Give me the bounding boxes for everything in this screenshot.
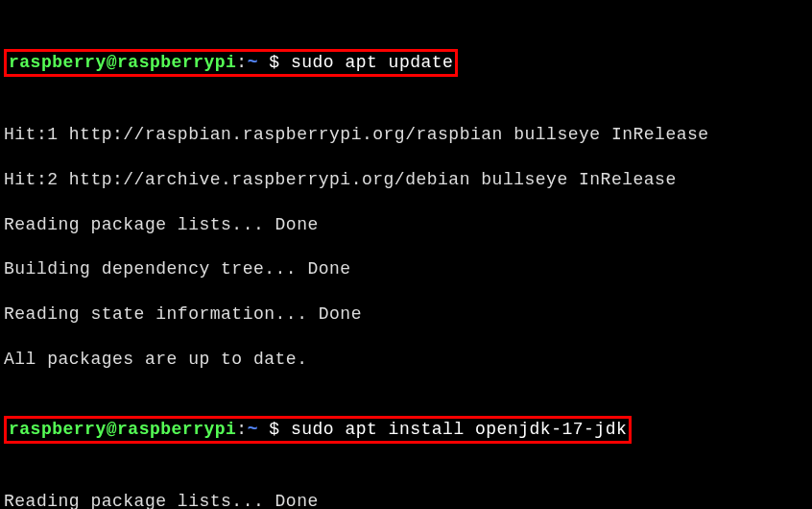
output-line: All packages are up to date. bbox=[4, 349, 808, 371]
prompt-path: ~ bbox=[248, 420, 258, 439]
prompt-path: ~ bbox=[248, 53, 258, 72]
prompt-line-1: raspberry@raspberrypi:~ $ sudo apt updat… bbox=[4, 49, 808, 79]
output-line: Reading package lists... Done bbox=[4, 214, 808, 236]
prompt-dollar: $ bbox=[258, 420, 291, 439]
output-line: Reading state information... Done bbox=[4, 303, 808, 326]
prompt-host: raspberrypi bbox=[117, 420, 236, 439]
output-line: Hit:1 http://raspbian.raspberrypi.org/ra… bbox=[4, 124, 808, 146]
command-input[interactable]: sudo apt install openjdk-17-jdk bbox=[291, 420, 627, 439]
prompt-host: raspberrypi bbox=[117, 53, 236, 72]
prompt-line-2: raspberry@raspberrypi:~ $ sudo apt insta… bbox=[4, 416, 808, 446]
highlight-box-1: raspberry@raspberrypi:~ $ sudo apt updat… bbox=[4, 49, 458, 77]
prompt-dollar: $ bbox=[258, 53, 291, 72]
output-line: Building dependency tree... Done bbox=[4, 258, 808, 280]
terminal-window[interactable]: raspberry@raspberrypi:~ $ sudo apt updat… bbox=[4, 4, 808, 509]
highlight-box-2: raspberry@raspberrypi:~ $ sudo apt insta… bbox=[4, 416, 632, 444]
prompt-user: raspberry bbox=[9, 53, 107, 72]
command-input[interactable]: sudo apt update bbox=[291, 53, 454, 72]
output-line: Hit:2 http://archive.raspberrypi.org/deb… bbox=[4, 169, 808, 191]
output-line: Reading package lists... Done bbox=[4, 491, 808, 509]
prompt-user: raspberry bbox=[9, 420, 107, 439]
